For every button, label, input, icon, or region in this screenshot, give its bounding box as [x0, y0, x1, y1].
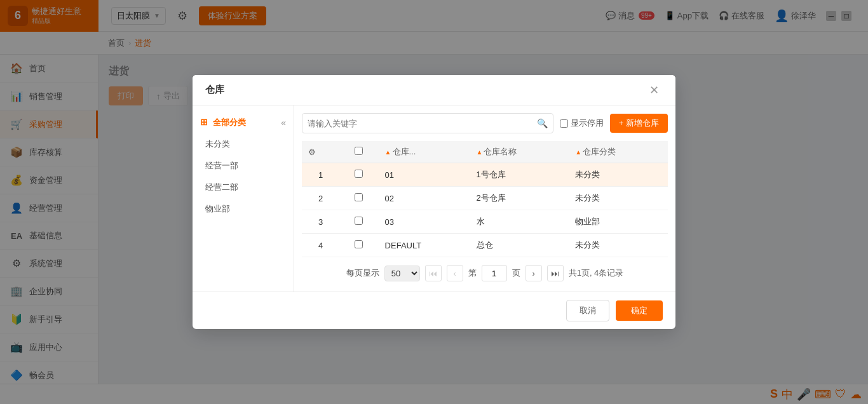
row-checkbox-cell[interactable] — [339, 234, 378, 257]
last-page-button[interactable]: ⏭ — [547, 265, 564, 281]
per-page-label: 每页显示 — [346, 267, 379, 279]
confirm-button[interactable]: 确定 — [616, 300, 663, 321]
row-num: 1 — [302, 163, 339, 187]
row-checkbox[interactable] — [355, 170, 363, 178]
row-code: 01 — [379, 163, 470, 187]
table-toolbar: 🔍 显示停用 + 新增仓库 — [302, 113, 668, 133]
col-category: ▲仓库分类 — [569, 141, 668, 163]
table-header-row: ⚙ ▲仓库... ▲仓库名称 ▲仓库分类 — [302, 141, 668, 163]
show-disabled-label[interactable]: 显示停用 — [560, 118, 604, 129]
dialog-close-button[interactable]: ✕ — [645, 81, 663, 99]
row-num: 3 — [302, 210, 339, 234]
row-name: 总仓 — [470, 234, 569, 257]
row-num: 2 — [302, 187, 339, 210]
dialog-footer: 取消 确定 — [193, 292, 675, 329]
per-page-select[interactable]: 50 20 100 — [384, 266, 420, 281]
dialog-body: ⊞ 全部分类 « 未分类 经营一部 经营二部 物业部 🔍 — [193, 105, 675, 292]
search-icon[interactable]: 🔍 — [537, 118, 548, 128]
row-code: 02 — [379, 187, 470, 210]
category-item-unclassified[interactable]: 未分类 — [193, 133, 294, 155]
table-row[interactable]: 4 DEFAULT 总仓 未分类 — [302, 234, 668, 257]
col-gear: ⚙ — [302, 141, 339, 163]
row-checkbox-cell[interactable] — [339, 187, 378, 210]
page-number-input[interactable] — [482, 265, 507, 281]
show-disabled-text: 显示停用 — [571, 118, 604, 129]
category-header-content: ⊞ 全部分类 — [200, 117, 246, 128]
category-header[interactable]: ⊞ 全部分类 « — [193, 112, 294, 133]
pagination: 每页显示 50 20 100 ⏮ ‹ 第 页 › ⏭ 共1页, 4条记录 — [302, 257, 668, 284]
dialog-overlay: 仓库 ✕ ⊞ 全部分类 « 未分类 经营一部 经营二部 物业部 — [0, 0, 868, 404]
row-category: 未分类 — [569, 163, 668, 187]
col-name: ▲仓库名称 — [470, 141, 569, 163]
row-checkbox-cell[interactable] — [339, 163, 378, 187]
row-checkbox-cell[interactable] — [339, 210, 378, 234]
category-collapse-button[interactable]: « — [281, 118, 286, 128]
table-row[interactable]: 1 01 1号仓库 未分类 — [302, 163, 668, 187]
page-end-label: 页 — [512, 267, 520, 279]
sort-icon: ▲ — [385, 149, 391, 156]
warehouse-dialog: 仓库 ✕ ⊞ 全部分类 « 未分类 经营一部 经营二部 物业部 — [193, 75, 675, 329]
category-item-ops2[interactable]: 经营二部 — [193, 177, 294, 198]
category-header-label: 全部分类 — [213, 118, 246, 127]
col-checkbox — [339, 141, 378, 163]
table-row[interactable]: 3 03 水 物业部 — [302, 210, 668, 234]
col-code: ▲仓库... — [379, 141, 470, 163]
show-disabled-checkbox[interactable] — [560, 119, 568, 128]
row-num: 4 — [302, 234, 339, 257]
search-input[interactable] — [308, 119, 537, 128]
prev-page-button[interactable]: ‹ — [447, 265, 463, 281]
row-code: 03 — [379, 210, 470, 234]
row-name: 1号仓库 — [470, 163, 569, 187]
next-page-button[interactable]: › — [526, 265, 542, 281]
category-sidebar: ⊞ 全部分类 « 未分类 经营一部 经营二部 物业部 — [193, 105, 294, 292]
row-checkbox[interactable] — [355, 217, 363, 225]
table-area: 🔍 显示停用 + 新增仓库 ⚙ ▲仓库... — [294, 105, 675, 292]
first-page-button[interactable]: ⏮ — [425, 265, 442, 281]
dialog-header: 仓库 ✕ — [193, 75, 675, 105]
category-item-property[interactable]: 物业部 — [193, 198, 294, 220]
cancel-button[interactable]: 取消 — [566, 300, 609, 321]
grid-icon: ⊞ — [200, 117, 208, 127]
table-row[interactable]: 2 02 2号仓库 未分类 — [302, 187, 668, 210]
select-all-checkbox[interactable] — [355, 147, 363, 155]
page-label: 第 — [468, 267, 477, 279]
row-checkbox[interactable] — [355, 240, 363, 248]
row-name: 水 — [470, 210, 569, 234]
row-code: DEFAULT — [379, 234, 470, 257]
dialog-title: 仓库 — [205, 84, 224, 96]
row-category: 未分类 — [569, 187, 668, 210]
sort-icon-name: ▲ — [477, 149, 483, 156]
category-item-ops1[interactable]: 经营一部 — [193, 155, 294, 177]
row-checkbox[interactable] — [355, 193, 363, 201]
row-name: 2号仓库 — [470, 187, 569, 210]
row-category: 物业部 — [569, 210, 668, 234]
total-info: 共1页, 4条记录 — [569, 267, 624, 279]
row-category: 未分类 — [569, 234, 668, 257]
warehouse-table: ⚙ ▲仓库... ▲仓库名称 ▲仓库分类 1 01 1号仓库 — [302, 141, 668, 257]
sort-icon-category: ▲ — [575, 149, 581, 156]
search-box: 🔍 — [302, 113, 553, 133]
add-warehouse-button[interactable]: + 新增仓库 — [610, 114, 668, 133]
